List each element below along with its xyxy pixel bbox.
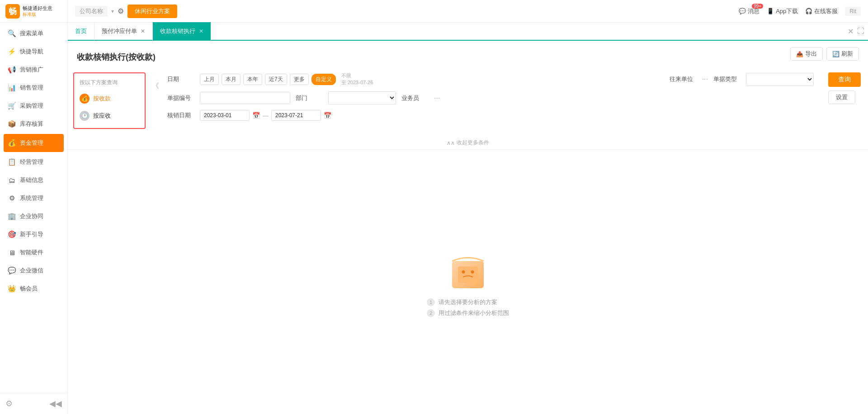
more-date-btn[interactable]: 更多 bbox=[290, 74, 309, 85]
tab-label-home: 首页 bbox=[75, 27, 87, 35]
custom-date-btn[interactable]: 自定义 bbox=[311, 74, 336, 85]
verify-date-start-input[interactable] bbox=[200, 110, 250, 121]
tab-close-prepay[interactable]: ✕ bbox=[141, 28, 145, 34]
doc-type-select[interactable] bbox=[746, 73, 814, 86]
top-bar-right: 💬 消息 99+ 📱 App下载 🎧 在线客服 Rit bbox=[739, 7, 861, 16]
collapse-more-row: ∧∧ 收起更多条件 bbox=[68, 136, 868, 149]
settings-icon[interactable]: ⚙ bbox=[118, 7, 124, 15]
sidebar-label-system: 系统管理 bbox=[20, 194, 43, 202]
last-7days-btn[interactable]: 近7天 bbox=[265, 74, 287, 85]
logo-icon: 畅 bbox=[5, 4, 20, 19]
company-dropdown-icon[interactable]: ▾ bbox=[111, 8, 114, 14]
hint-num-1: 1 bbox=[427, 298, 435, 306]
date-unlimited-label: 不限 bbox=[341, 72, 373, 79]
sidebar-item-sales[interactable]: 📊销售管理 bbox=[0, 79, 67, 97]
date-label: 日期 bbox=[167, 75, 194, 83]
sidebar-icon-wechat: 💬 bbox=[7, 266, 16, 275]
sidebar-item-inventory[interactable]: 📦库存核算 bbox=[0, 115, 67, 133]
sidebar-label-basic: 基础信息 bbox=[20, 176, 43, 184]
sidebar-icon-enterprise: 🏢 bbox=[7, 212, 16, 221]
tab-home[interactable]: 首页 bbox=[68, 22, 94, 40]
sidebar-item-operation[interactable]: 📋经营管理 bbox=[0, 153, 67, 171]
tab-close-receipt[interactable]: ✕ bbox=[199, 28, 203, 34]
top-bar-left: 公司名称 ▾ ⚙ 休闲行业方案 bbox=[75, 5, 177, 18]
export-btn[interactable]: 📤 导出 bbox=[790, 47, 823, 61]
empty-hint-2-text: 用过滤条件来缩小分析范围 bbox=[439, 309, 509, 317]
date-to-label: 至 2023-07-26 bbox=[341, 79, 373, 86]
top-bar: 公司名称 ▾ ⚙ 休闲行业方案 💬 消息 99+ 📱 App下载 🎧 在线客服 … bbox=[68, 0, 868, 23]
sidebar-item-marketing[interactable]: 📢营销推广 bbox=[0, 61, 67, 79]
this-month-btn[interactable]: 本月 bbox=[222, 74, 241, 85]
sidebar-item-system[interactable]: ⚙系统管理 bbox=[0, 189, 67, 207]
verify-date-start-calendar-icon[interactable]: 📅 bbox=[252, 112, 260, 119]
app-logo: 畅 畅捷通好生意 标准版 bbox=[0, 0, 67, 23]
counterparty-more-icon[interactable]: ··· bbox=[702, 75, 708, 83]
tab-label-prepay: 预付冲应付单 bbox=[102, 27, 137, 35]
filter-sidebar: 按以下方案查询 💰 按收款 🕐 按应收 bbox=[73, 72, 146, 129]
sidebar-item-wechat[interactable]: 💬企业微信 bbox=[0, 262, 67, 280]
svg-point-3 bbox=[462, 270, 465, 273]
doc-no-input[interactable] bbox=[200, 92, 290, 104]
sidebar-label-shortcut: 快捷导航 bbox=[20, 48, 43, 56]
sidebar-label-guide: 新手引导 bbox=[20, 230, 43, 238]
online-service-btn[interactable]: 🎧 在线客服 bbox=[805, 7, 838, 15]
tab-expand-icon[interactable]: ⛶ bbox=[857, 27, 864, 35]
sidebar-icon-hardware: 🖥 bbox=[7, 248, 16, 257]
empty-hint-2: 2 用过滤条件来缩小分析范围 bbox=[427, 309, 509, 317]
message-btn[interactable]: 💬 消息 99+ bbox=[739, 7, 760, 15]
tab-close-all-icon[interactable]: ✕ bbox=[848, 27, 854, 36]
verify-date-group: 📅 — 📅 bbox=[200, 110, 331, 121]
filter-option-receipt-label: 按收款 bbox=[93, 95, 111, 103]
sidebar-item-search[interactable]: 🔍搜索菜单 bbox=[0, 24, 67, 43]
filter-sidebar-title: 按以下方案查询 bbox=[74, 77, 145, 88]
tab-actions: ✕⛶ bbox=[844, 27, 868, 36]
empty-hint-1-text: 请先选择要分析的方案 bbox=[439, 298, 497, 306]
page-title: 收款核销执行(按收款) bbox=[77, 52, 156, 62]
industry-solution-btn[interactable]: 休闲行业方案 bbox=[127, 5, 177, 18]
sidebar-icon-guide: 🎯 bbox=[7, 230, 16, 239]
salesperson-more-icon[interactable]: ··· bbox=[434, 94, 440, 102]
sidebar-item-basic[interactable]: 🗂基础信息 bbox=[0, 171, 67, 189]
filter-option-by-receipt[interactable]: 💰 按收款 bbox=[74, 90, 145, 107]
tab-prepay[interactable]: 预付冲应付单✕ bbox=[94, 22, 153, 40]
sidebar-icon-system: ⚙ bbox=[7, 194, 16, 203]
app-version: 标准版 bbox=[23, 11, 52, 17]
collapse-sidebar-icon[interactable]: ◀◀ bbox=[49, 399, 62, 409]
company-selector[interactable]: 公司名称 bbox=[75, 6, 108, 17]
sidebar-item-guide[interactable]: 🎯新手引导 bbox=[0, 225, 67, 243]
query-btn[interactable]: 查询 bbox=[828, 72, 861, 87]
sidebar-label-purchase: 采购管理 bbox=[20, 102, 43, 110]
sidebar-icon-shortcut: ⚡ bbox=[7, 47, 16, 56]
sidebar-item-member[interactable]: 👑畅会员 bbox=[0, 280, 67, 298]
empty-illustration bbox=[441, 247, 495, 293]
user-profile[interactable]: Rit bbox=[845, 7, 861, 16]
sidebar-item-hardware[interactable]: 🖥智能硬件 bbox=[0, 243, 67, 262]
this-year-btn[interactable]: 本年 bbox=[243, 74, 262, 85]
filter-option-by-receivable[interactable]: 🕐 按应收 bbox=[74, 107, 145, 124]
message-icon: 💬 bbox=[739, 8, 746, 14]
filter-settings-btn[interactable]: 设置 bbox=[828, 90, 855, 104]
verify-date-end-input[interactable] bbox=[271, 110, 321, 121]
filter-collapse-btn[interactable]: 《 bbox=[151, 72, 160, 91]
svg-rect-2 bbox=[458, 266, 478, 283]
collapse-more-btn[interactable]: ∧∧ 收起更多条件 bbox=[447, 139, 489, 147]
sidebar-item-enterprise[interactable]: 🏢企业协同 bbox=[0, 207, 67, 225]
hint-num-2: 2 bbox=[427, 309, 435, 317]
sidebar-item-shortcut[interactable]: ⚡快捷导航 bbox=[0, 43, 67, 61]
app-name: 畅捷通好生意 bbox=[23, 5, 52, 11]
date-range-hint: 不限 至 2023-07-26 bbox=[341, 72, 373, 86]
last-month-btn[interactable]: 上月 bbox=[200, 74, 219, 85]
verify-date-end-calendar-icon[interactable]: 📅 bbox=[324, 112, 331, 119]
dept-select[interactable] bbox=[328, 91, 396, 105]
tab-receipt[interactable]: 收款核销执行✕ bbox=[153, 22, 211, 40]
logo-text: 畅捷通好生意 标准版 bbox=[23, 5, 52, 17]
collapse-up-icon: ∧∧ bbox=[447, 140, 455, 146]
sidebar-item-finance[interactable]: 💰资金管理 bbox=[4, 134, 64, 152]
app-download-btn[interactable]: 📱 App下载 bbox=[767, 7, 798, 15]
settings-footer-icon[interactable]: ⚙ bbox=[5, 399, 13, 409]
sidebar-item-purchase[interactable]: 🛒采购管理 bbox=[0, 97, 67, 115]
doc-no-label: 单据编号 bbox=[167, 94, 194, 102]
filter-option-receivable-icon: 🕐 bbox=[80, 111, 90, 121]
svg-point-4 bbox=[471, 270, 474, 273]
refresh-btn[interactable]: 🔄 刷新 bbox=[826, 47, 859, 61]
